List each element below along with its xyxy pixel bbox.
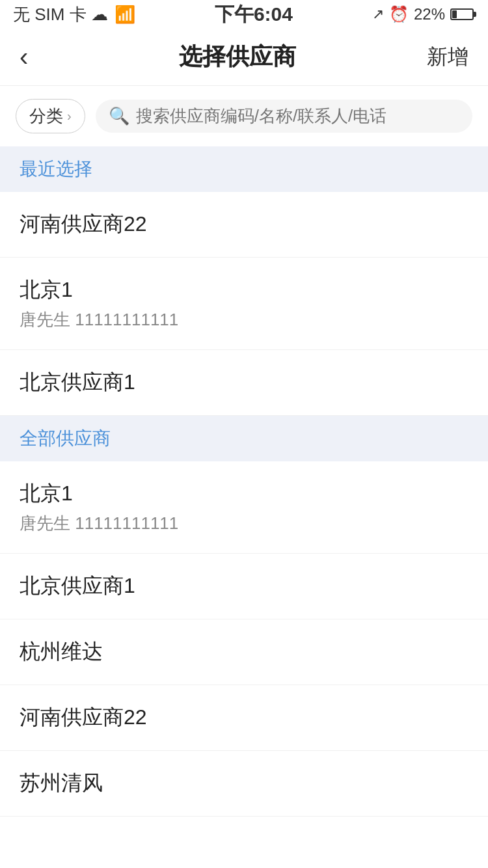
page-title: 选择供应商 [179,41,296,73]
list-item[interactable]: 北京1唐先生 11111111111 [0,461,488,554]
search-icon: 🔍 [109,106,129,126]
filter-bar: 分类 › 🔍 [0,86,488,146]
add-button[interactable]: 新增 [416,43,468,72]
item-name: 北京供应商1 [20,572,468,601]
chevron-right-icon: › [67,109,72,124]
search-box: 🔍 [96,100,472,133]
status-bar: 无 SIM 卡 ☁ 📶 下午6:04 ↗ ⏰ 22% [0,0,488,29]
item-name: 北京供应商1 [20,368,468,397]
item-name: 北京1 [20,276,468,305]
item-name: 苏州清风 [20,769,468,798]
status-left: 无 SIM 卡 ☁ 📶 [13,3,135,26]
category-label: 分类 [29,105,63,128]
recent-section-header: 最近选择 [0,146,488,192]
search-input[interactable] [136,106,459,126]
recent-list: 河南供应商22北京1唐先生 11111111111北京供应商1 [0,192,488,416]
location-icon: ↗ [372,6,384,23]
list-item[interactable]: 北京供应商1 [0,554,488,619]
list-item[interactable]: 河南供应商22 [0,192,488,258]
list-item[interactable]: 北京供应商1 [0,350,488,416]
list-item[interactable]: 北京1唐先生 11111111111 [0,258,488,350]
recent-section-label: 最近选择 [20,159,92,179]
no-sim-label: 无 SIM 卡 ☁ [13,3,108,26]
list-item[interactable]: 苏州清风 [0,751,488,817]
item-name: 北京1 [20,480,468,508]
status-time: 下午6:04 [215,1,293,28]
status-right: ↗ ⏰ 22% [372,5,475,23]
wifi-icon: 📶 [115,5,135,25]
all-section-label: 全部供应商 [20,428,111,448]
item-sub: 唐先生 11111111111 [20,308,468,331]
item-sub: 唐先生 11111111111 [20,512,468,535]
all-list: 北京1唐先生 11111111111北京供应商1杭州维达河南供应商22苏州清风 [0,461,488,817]
item-name: 河南供应商22 [20,210,468,239]
battery-percent: 22% [414,5,445,23]
alarm-icon: ⏰ [389,5,409,23]
list-item[interactable]: 杭州维达 [0,619,488,685]
battery-icon [450,8,475,20]
nav-bar: ‹ 选择供应商 新增 [0,29,488,86]
category-filter-button[interactable]: 分类 › [16,99,85,133]
list-item[interactable]: 河南供应商22 [0,685,488,751]
item-name: 杭州维达 [20,638,468,666]
item-name: 河南供应商22 [20,703,468,732]
all-section-header: 全部供应商 [0,416,488,461]
back-button[interactable]: ‹ [20,42,59,72]
